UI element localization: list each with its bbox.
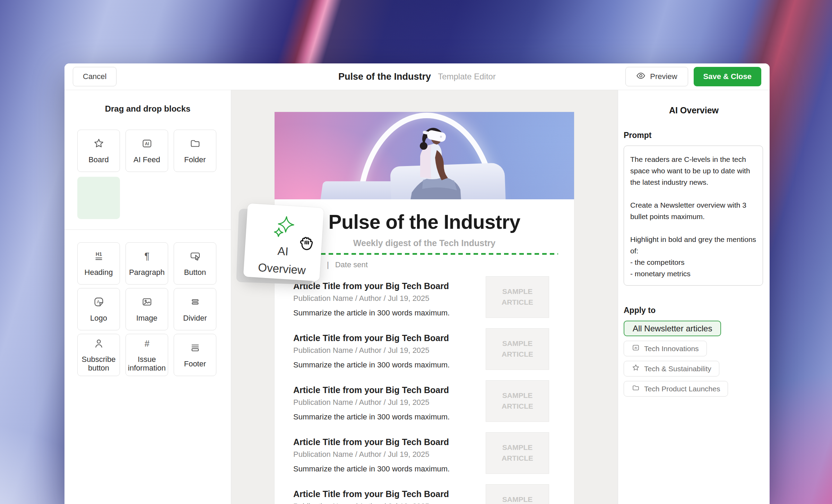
svg-text:#: # <box>144 338 149 348</box>
preview-button[interactable]: Preview <box>625 67 688 86</box>
article-row: Article Title from your Big Tech Board P… <box>293 333 549 370</box>
block-board[interactable]: Board <box>77 130 120 172</box>
divider-icon <box>189 296 201 310</box>
blocks-sidebar-title: Drag and drop blocks <box>64 104 231 114</box>
svg-text:AI: AI <box>145 141 149 146</box>
dragged-ai-overview-block[interactable]: AI Overview <box>243 203 324 281</box>
block-label: Button <box>184 268 206 277</box>
star-icon <box>93 138 105 151</box>
pilcrow-icon: ¶ <box>141 250 153 264</box>
apply-option-tech-product-launches[interactable]: Tech Product Launches <box>624 381 728 397</box>
svg-text:AI: AI <box>634 346 637 349</box>
article-row: Article Title from your Big Tech Board P… <box>293 489 549 504</box>
editor-mode-label: Template Editor <box>438 72 496 81</box>
article-summary: Summarize the article in 300 words maxim… <box>293 412 480 422</box>
article-meta: Publication Name / Author / Jul 19, 2025 <box>293 502 480 504</box>
block-label: Image <box>136 314 157 323</box>
block-divider[interactable]: Divider <box>174 288 216 330</box>
block-label: Folder <box>184 156 206 164</box>
block-label: Subscribe button <box>79 355 118 372</box>
star-icon <box>632 364 640 374</box>
template-editor-window: Cancel Pulse of the Industry Template Ed… <box>64 63 770 504</box>
ai-badge-icon: AI <box>632 344 640 354</box>
sample-article-placeholder: SAMPLE ARTICLE <box>486 432 549 474</box>
header-actions: Preview Save & Close <box>625 67 761 86</box>
issue-separator: | <box>327 260 329 269</box>
block-image[interactable]: Image <box>125 288 168 330</box>
block-heading[interactable]: H1 Heading <box>77 242 120 285</box>
sample-article-placeholder: SAMPLE ARTICLE <box>486 276 549 318</box>
grabbing-cursor-icon <box>295 233 318 255</box>
apply-option-tech-sustainability[interactable]: Tech & Sustainability <box>624 361 719 376</box>
block-label: Issue information <box>127 355 166 372</box>
article-title: Article Title from your Big Tech Board <box>293 385 480 395</box>
sample-article-placeholder: SAMPLE ARTICLE <box>486 328 549 370</box>
logo-icon: A <box>93 296 105 310</box>
heading-icon: H1 <box>93 250 105 264</box>
drag-card: AI Overview <box>243 203 324 281</box>
apply-option-label: Tech Product Launches <box>644 385 720 393</box>
article-row: Article Title from your Big Tech Board P… <box>293 385 549 422</box>
apply-to-label: Apply to <box>624 306 764 315</box>
apply-option-label: Tech Innovations <box>644 345 699 353</box>
block-logo[interactable]: A Logo <box>77 288 120 330</box>
apply-option-all-newsletter-articles[interactable]: All Newsletter articles <box>624 321 721 336</box>
article-text: Article Title from your Big Tech Board P… <box>293 437 480 473</box>
article-meta: Publication Name / Author / Jul 19, 2025 <box>293 294 480 303</box>
article-meta: Publication Name / Author / Jul 19, 2025 <box>293 398 480 407</box>
block-subscribe-button[interactable]: Subscribe button <box>77 334 120 376</box>
prompt-textarea[interactable]: The readers are C-levels in the tech spa… <box>624 146 763 286</box>
block-folder[interactable]: Folder <box>174 130 216 172</box>
page-title: Pulse of the Industry <box>338 71 431 82</box>
block-ai-feed[interactable]: AI AI Feed <box>125 130 168 172</box>
block-paragraph[interactable]: ¶ Paragraph <box>125 242 168 285</box>
article-title: Article Title from your Big Tech Board <box>293 333 480 343</box>
svg-text:H1: H1 <box>95 251 102 257</box>
sparkles-icon <box>271 213 298 241</box>
ai-overview-settings-panel: AI Overview Prompt The readers are C-lev… <box>618 90 770 504</box>
editor-body: Drag and drop blocks Board AI AI Feed <box>64 90 770 504</box>
sidebar-divider <box>64 229 231 230</box>
article-title: Article Title from your Big Tech Board <box>293 281 480 291</box>
hero-person-vr-headset <box>402 124 470 199</box>
article-text: Article Title from your Big Tech Board P… <box>293 489 480 504</box>
article-text: Article Title from your Big Tech Board P… <box>293 333 480 370</box>
article-summary: Summarize the article in 300 words maxim… <box>293 309 480 318</box>
block-label: AI Feed <box>133 156 160 164</box>
article-row: Article Title from your Big Tech Board P… <box>293 437 549 473</box>
article-meta: Publication Name / Author / Jul 19, 2025 <box>293 346 480 355</box>
block-footer[interactable]: Footer <box>174 334 216 376</box>
editor-header: Cancel Pulse of the Industry Template Ed… <box>64 63 770 90</box>
issue-meta: |Date sent <box>327 260 574 269</box>
panel-title: AI Overview <box>624 105 764 115</box>
newsletter-page: Pulse of the Industry Weekly digest of t… <box>274 112 574 504</box>
blocks-sidebar: Drag and drop blocks Board AI AI Feed <box>64 90 231 504</box>
sample-article-placeholder: SAMPLE ARTICLE <box>486 380 549 422</box>
block-label: Divider <box>183 314 207 323</box>
apply-option-label: All Newsletter articles <box>633 324 712 333</box>
hash-icon: # <box>141 338 153 351</box>
apply-option-label: Tech & Sustainability <box>644 365 711 373</box>
article-title: Article Title from your Big Tech Board <box>293 437 480 447</box>
article-summary: Summarize the article in 300 words maxim… <box>293 464 480 473</box>
content-blocks-grid: Board AI AI Feed Folder <box>77 130 231 172</box>
svg-text:¶: ¶ <box>144 251 149 261</box>
article-meta: Publication Name / Author / Jul 19, 2025 <box>293 450 480 459</box>
article-text: Article Title from your Big Tech Board P… <box>293 385 480 422</box>
person-icon <box>93 338 105 351</box>
block-issue-information[interactable]: # Issue information <box>125 334 168 376</box>
block-label: Heading <box>85 268 113 277</box>
eye-icon <box>636 71 645 82</box>
block-label: Logo <box>90 314 107 323</box>
preview-label: Preview <box>650 72 677 81</box>
button-cursor-icon <box>189 250 201 264</box>
save-close-button[interactable]: Save & Close <box>694 67 761 86</box>
block-button[interactable]: Button <box>174 242 216 285</box>
article-row: Article Title from your Big Tech Board P… <box>293 281 549 318</box>
template-canvas: Pulse of the Industry Weekly digest of t… <box>231 90 618 504</box>
block-label: Footer <box>184 360 206 368</box>
apply-option-tech-innovations[interactable]: AI Tech Innovations <box>624 341 707 356</box>
sample-article-placeholder: SAMPLE ARTICLE <box>486 484 549 504</box>
prompt-label: Prompt <box>624 131 764 140</box>
element-blocks-grid: H1 Heading ¶ Paragraph Button <box>77 242 231 376</box>
